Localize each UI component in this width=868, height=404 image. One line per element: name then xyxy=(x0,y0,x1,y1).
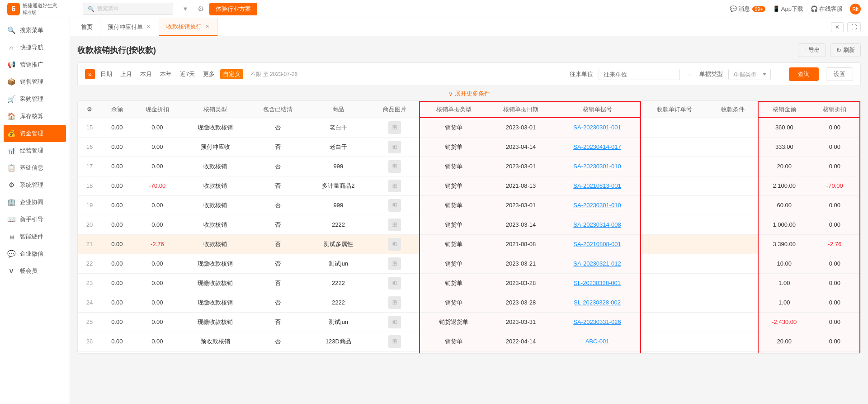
cell-cancel-bill-no[interactable]: SL-20230328-001 xyxy=(554,273,641,293)
filter-date-more[interactable]: 更多 xyxy=(200,69,217,79)
cell-cash-discount: -70.00 xyxy=(133,176,182,195)
cell-cancel-discount: 0.00 xyxy=(810,332,860,351)
cell-goods: 测试jun xyxy=(307,254,370,273)
sidebar-item-member[interactable]: V 畅会员 xyxy=(0,262,70,280)
tab-prepay[interactable]: 预付冲应付单 ✕ xyxy=(100,18,159,36)
filter-date-custom[interactable]: 自定义 xyxy=(220,69,243,79)
cell-goods: 123D商品 xyxy=(307,332,370,351)
cell-cancel-amount: 20.00 xyxy=(758,332,810,351)
app-download-btn[interactable]: 📱 App下载 xyxy=(773,5,803,13)
page-header: 收款核销执行(按收款) ↑ 导出 ↻ 刷新 xyxy=(77,43,861,57)
sidebar-item-system[interactable]: ⚙ 系统管理 xyxy=(0,176,70,194)
tab-receipt[interactable]: 收款核销执行 ✕ xyxy=(159,18,218,36)
filter-date-thismonth[interactable]: 本月 xyxy=(137,69,155,79)
refresh-icon: ↻ xyxy=(836,47,841,54)
query-btn[interactable]: 查询 xyxy=(789,67,819,81)
cell-goods: 2222 xyxy=(307,215,370,234)
tab-home[interactable]: 首页 xyxy=(74,18,100,36)
export-btn[interactable]: ↑ 导出 xyxy=(798,43,826,57)
cell-cancel-bill-no[interactable]: SA-20210808-001 xyxy=(554,234,641,254)
filter-unit-input[interactable] xyxy=(599,69,680,80)
tab-fullscreen-btn[interactable]: ⛶ xyxy=(847,22,861,32)
cell-include-settled: 否 xyxy=(249,351,307,354)
cell-receipt-condition xyxy=(708,312,758,332)
cell-cancel-bill-type: 销货单 xyxy=(420,351,487,354)
cell-include-settled: 否 xyxy=(249,195,307,215)
cell-num: 16 xyxy=(78,137,101,157)
col-cash-discount: 现金折扣 xyxy=(133,101,182,118)
cell-goods-img: 图 xyxy=(370,118,420,137)
cell-balance: 0.00 xyxy=(101,195,132,215)
cell-cancel-bill-no[interactable]: SA-20230314-008 xyxy=(554,215,641,234)
sidebar-item-purchase[interactable]: 🛒 采购管理 xyxy=(0,90,70,108)
expand-more-btn[interactable]: ∨ 展开更多条件 xyxy=(448,90,490,98)
col-cancel-bill-date: 核销单据日期 xyxy=(487,101,554,118)
filter-date-lastmonth[interactable]: 上月 xyxy=(118,69,135,79)
sidebar-item-enterprise[interactable]: 🏢 企业协同 xyxy=(0,194,70,211)
cell-cancel-bill-no[interactable]: SL-20230328-002 xyxy=(554,293,641,312)
col-setting[interactable]: ⚙ xyxy=(78,101,101,118)
cell-cancel-bill-no[interactable]: SA-20230331-026 xyxy=(554,312,641,332)
sidebar-item-marketing[interactable]: 📢 营销推广 xyxy=(0,56,70,73)
message-btn[interactable]: 💬 消息 99+ xyxy=(730,5,765,13)
cell-cancel-bill-date: 2023-03-28 xyxy=(487,273,554,293)
filter-date-label: 日期 xyxy=(100,70,112,78)
cell-balance: 0.00 xyxy=(101,157,132,176)
cell-receipt-condition xyxy=(708,176,758,195)
cell-num: 21 xyxy=(78,234,101,254)
cell-cancel-bill-no[interactable]: SA-20230301-010 xyxy=(554,157,641,176)
filter-expand-btn[interactable]: » xyxy=(85,69,95,79)
sidebar-item-basic[interactable]: 📋 基础信息 xyxy=(0,159,70,176)
filter-unit-label: 往来单位 xyxy=(570,70,593,78)
cell-goods: 测试多属性 xyxy=(307,234,370,254)
tab-close-all-btn[interactable]: ✕ xyxy=(831,22,844,32)
cell-cancel-amount: 3,390.00 xyxy=(758,234,810,254)
filter-type-select[interactable]: 单据类型 xyxy=(728,69,771,80)
cell-cancel-discount: 0.00 xyxy=(810,137,860,157)
tab-prepay-close[interactable]: ✕ xyxy=(146,23,151,31)
cell-cancel-bill-date: 2023-03-01 xyxy=(487,195,554,215)
sidebar-item-wechat[interactable]: 💬 企业微信 xyxy=(0,245,70,262)
online-service-btn[interactable]: 🎧 在线客服 xyxy=(811,5,843,13)
cell-cancel-bill-no[interactable]: SA-20230301-010 xyxy=(554,195,641,215)
cell-cancel-bill-type: 销货单 xyxy=(420,176,487,195)
sidebar-item-guide[interactable]: 📖 新手引导 xyxy=(0,211,70,228)
filter-date-7days[interactable]: 近7天 xyxy=(177,69,198,79)
refresh-btn[interactable]: ↻ 刷新 xyxy=(830,43,861,57)
filter-bar: » 日期 上月 本月 本年 近7天 更多 自定义 不限 至 2023-07-26… xyxy=(77,62,861,86)
table-row: 18 0.00 -70.00 收款核销 否 多计量商品2 图 销货单 2021-… xyxy=(78,176,860,195)
search-box[interactable]: 🔍 搜索菜单 xyxy=(83,3,173,15)
user-avatar[interactable]: Rit xyxy=(850,4,861,14)
cell-cancel-bill-no[interactable]: SA-20230301-001 xyxy=(554,118,641,137)
table-row: 23 0.00 0.00 现缴收款核销 否 2222 图 销货单 2023-03… xyxy=(78,273,860,293)
gear-icon[interactable]: ⚙ xyxy=(198,5,204,13)
tab-receipt-close[interactable]: ✕ xyxy=(204,23,210,30)
main-layout: 🔍 搜索菜单 ⌂ 快捷导航 📢 营销推广 📦 销售管理 🛒 采购管理 🏠 库存核… xyxy=(0,18,868,404)
sidebar-item-finance[interactable]: 💰 资金管理 xyxy=(4,125,66,142)
dropdown-icon[interactable]: ▼ xyxy=(183,5,189,12)
sidebar-item-shortcuts[interactable]: ⌂ 快捷导航 xyxy=(0,39,70,56)
cell-include-settled: 否 xyxy=(249,234,307,254)
inventory-icon: 🏠 xyxy=(7,112,15,120)
phone-icon: 📱 xyxy=(773,5,780,12)
setting-btn[interactable]: 设置 xyxy=(826,67,853,81)
cell-cancel-amount: 1.00 xyxy=(758,293,810,312)
message-icon: 💬 xyxy=(730,5,737,12)
cell-cancel-bill-no[interactable]: SA-20230321-012 xyxy=(554,254,641,273)
cell-cancel-bill-type: 销货单 xyxy=(420,118,487,137)
cell-include-settled: 否 xyxy=(249,273,307,293)
industry-btn[interactable]: 体验行业方案 xyxy=(209,3,257,15)
cell-cancel-bill-no[interactable]: ABC-001 xyxy=(554,332,641,351)
sidebar-item-inventory[interactable]: 🏠 库存核算 xyxy=(0,108,70,125)
filter-date-thisyear[interactable]: 本年 xyxy=(157,69,175,79)
cell-cash-discount: 0.00 xyxy=(133,312,182,332)
sidebar-item-search[interactable]: 🔍 搜索菜单 xyxy=(0,22,70,39)
cell-cancel-bill-no[interactable]: SL-20230408-001 xyxy=(554,351,641,354)
sidebar-item-sales[interactable]: 📦 销售管理 xyxy=(0,73,70,90)
cell-goods-img: 图 xyxy=(370,312,420,332)
cell-cancel-bill-no[interactable]: SA-20210813-001 xyxy=(554,176,641,195)
cell-cash-discount: 0.00 xyxy=(133,157,182,176)
cell-cancel-bill-no[interactable]: SA-20230414-017 xyxy=(554,137,641,157)
sidebar-item-operations[interactable]: 📊 经营管理 xyxy=(0,142,70,159)
sidebar-item-hardware[interactable]: 🖥 智能硬件 xyxy=(0,228,70,245)
